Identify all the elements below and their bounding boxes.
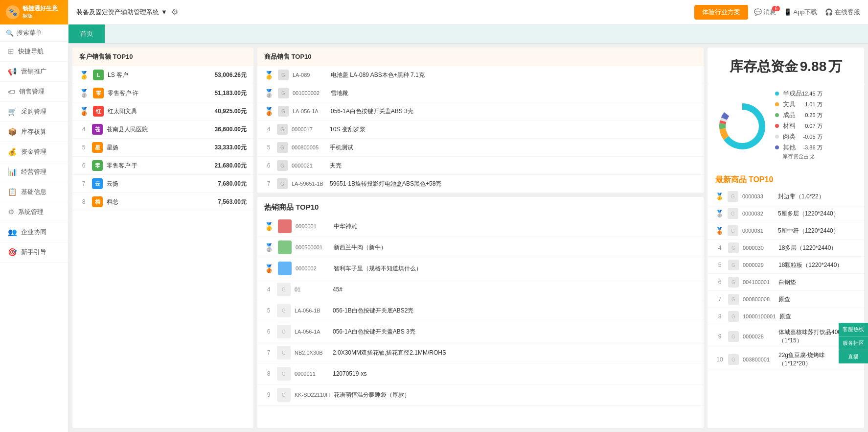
product-name: 10S 变刮罗浆 (330, 125, 697, 134)
new-prod-image: G (728, 277, 739, 288)
customer-amount: 21,680.00元 (215, 162, 247, 170)
legend-dot (775, 124, 779, 128)
topbar: 装备及固定资产辅助管理系统 ▼ ⚙ 体验行业方案 💬 消息 6 📱 App下载 … (69, 0, 868, 24)
app-download[interactable]: 📱 App下载 (784, 8, 817, 17)
hot-product-name: 新西兰牛肉（新牛） (334, 243, 697, 252)
customer-badge: 云 (92, 178, 103, 189)
middle-panel: 商品销售 TOP10 🥇 G LA-089 电池盖 LA-089 ABS本色+黑… (257, 48, 704, 428)
customer-name: 云扬 (107, 180, 214, 188)
nav-icon-7: 📋 (8, 188, 17, 196)
new-products-title: 最新商品 (715, 175, 747, 184)
online-service-label: 在线客服 (835, 8, 860, 16)
ranking-item: 🥈 零 零售客户·许 51,183.00元 (72, 84, 253, 102)
sidebar-item-9[interactable]: 👥企业协同 (0, 222, 68, 242)
nav-icon-2: 🏷 (8, 88, 15, 96)
sidebar-item-3[interactable]: 🛒采购管理 (0, 102, 68, 122)
product-row: 4 G 0000017 10S 变刮罗浆 (257, 120, 704, 139)
product-sales-panel: 商品销售 TOP10 🥇 G LA-089 电池盖 LA-089 ABS本色+黑… (257, 48, 704, 193)
hot-item: 9 G KK-SD22110H 花语萌恒温分腿睡袋（厚款） (257, 384, 704, 406)
new-prod-name: 5厘多层（1220*2440） (778, 210, 856, 218)
inventory-total: 库存总资金 9.88 万 (715, 53, 856, 78)
float-btn-2[interactable]: 直播 (839, 350, 868, 363)
new-prod-rank: 7 (715, 296, 724, 303)
new-prod-image: G (728, 294, 739, 305)
chart-subtitle: 库存资金占比 (775, 153, 822, 164)
nav-icon-8: ⚙ (8, 208, 14, 216)
float-btn-0[interactable]: 客服热线 (839, 323, 868, 336)
legend-label: 半成品 (775, 89, 802, 98)
sidebar-item-6[interactable]: 📊经营管理 (0, 162, 68, 182)
app-download-label: App下载 (793, 8, 817, 16)
new-prod-code: 004100001 (743, 279, 775, 285)
legend-value: 0.07 万 (805, 122, 822, 130)
new-prod-image: G (728, 260, 739, 270)
trial-button[interactable]: 体验行业方案 (694, 5, 748, 20)
customer-amount: 7,680.00元 (218, 180, 247, 188)
new-prod-rank: 6 (715, 279, 724, 286)
new-prod-image: G (728, 208, 738, 219)
medal-icon: 🥇 (79, 71, 89, 80)
app-name: 畅捷通好生意 (23, 5, 58, 13)
product-num: 7 (264, 180, 273, 187)
new-product-item: 5 G 0000029 18颗粒板（1220*2440） (708, 257, 864, 274)
new-product-item: 7 G 000800008 原查 (708, 291, 864, 308)
search-menu[interactable]: 🔍 搜索菜单 (0, 24, 68, 42)
nav-icon-10: 🎯 (8, 248, 17, 257)
sidebar-item-4[interactable]: 📦库存核算 (0, 122, 68, 142)
hot-products-header: 热销商品 TOP10 (257, 197, 704, 216)
legend-label: 文具 (775, 100, 805, 109)
nav-label-6: 经营管理 (21, 168, 46, 176)
ranking-item: 6 零 零售客户·于 21,680.00元 (72, 157, 253, 175)
tab-home[interactable]: 首页 (69, 24, 105, 43)
product-image: G (277, 142, 288, 153)
system-selector[interactable]: 装备及固定资产辅助管理系统 ▼ (76, 8, 167, 17)
sidebar-item-0[interactable]: ⊞快捷导航 (0, 42, 68, 62)
sidebar-item-5[interactable]: 💰资金管理 (0, 142, 68, 162)
mobile-icon: 📱 (784, 8, 792, 16)
hot-product-name: 花语萌恒温分腿睡袋（厚款） (334, 391, 697, 399)
sidebar-item-2[interactable]: 🏷销售管理 (0, 82, 68, 102)
online-service[interactable]: 🎧 在线客服 (825, 8, 860, 17)
nav-label-2: 销售管理 (19, 87, 45, 96)
customer-name: 红太阳文具 (108, 107, 211, 116)
new-products-section: 最新商品 TOP10 🥇 G 0000033 封边带（1.0*22） 🥈 G 0… (708, 170, 864, 428)
new-prod-code: 000800008 (743, 296, 775, 302)
customer-amount: 33,333.00元 (215, 144, 247, 152)
rank-num: 6 (79, 162, 88, 169)
float-btn-1[interactable]: 服务社区 (839, 336, 868, 350)
legend-value: 0.25 万 (805, 112, 822, 119)
float-service: 客服热线服务社区直播 (839, 323, 868, 363)
rank-num: 5 (264, 307, 273, 314)
medal-icon: 🥇 (264, 71, 274, 80)
product-row: 6 G 0000021 夹壳 (257, 157, 704, 175)
message-badge[interactable]: 💬 消息 6 (754, 8, 777, 17)
sidebar-item-7[interactable]: 📋基础信息 (0, 182, 68, 202)
product-num: 6 (264, 162, 273, 169)
customer-badge: 星 (92, 142, 103, 153)
medal-icon: 🥉 (264, 264, 274, 273)
new-prod-image: G (728, 242, 739, 253)
sidebar-item-1[interactable]: 📢营销推广 (0, 62, 68, 82)
rank-num: 8 (264, 370, 273, 377)
customer-badge: 零 (93, 88, 104, 98)
rank-num: 4 (79, 126, 88, 133)
sidebar-item-10[interactable]: 🎯新手引导 (0, 242, 68, 263)
product-image: G (277, 124, 288, 135)
rank-num: 4 (264, 286, 273, 293)
nav-label-8: 系统管理 (18, 208, 44, 216)
medal-icon: 🥉 (715, 227, 724, 235)
settings-icon[interactable]: ⚙ (171, 7, 178, 17)
legend-label: 肉类 (775, 132, 803, 141)
new-prod-image: G (728, 191, 738, 202)
customer-name: 星扬 (107, 144, 211, 152)
medal-icon: 🥇 (715, 192, 724, 200)
product-image: G (278, 70, 289, 80)
app-subtitle: 标版 (23, 13, 58, 20)
product-sales-title: 商品销售 TOP10 (264, 52, 312, 61)
new-prod-image: G (728, 225, 738, 236)
legend-text: 半成品 (783, 89, 802, 98)
customer-name: 零售客户·于 (107, 162, 211, 170)
product-row: 🥉 G LA-056-1A 056-1A白色按键开关盖ABS 3壳 (257, 102, 704, 120)
customer-badge: 档 (92, 196, 103, 207)
sidebar-item-8[interactable]: ⚙系统管理 (0, 202, 68, 222)
